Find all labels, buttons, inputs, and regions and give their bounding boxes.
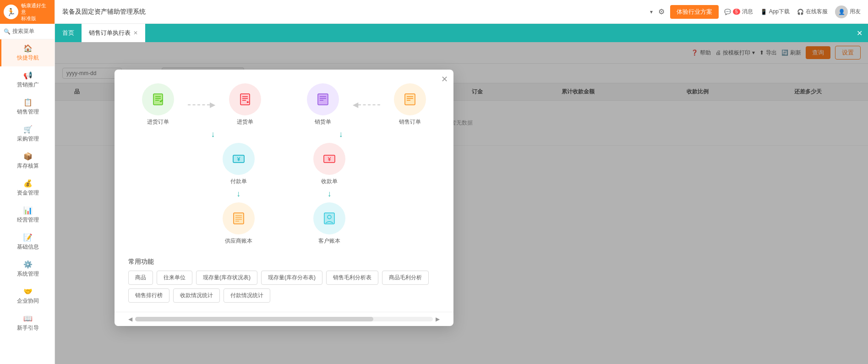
basic-info-icon: 📝 — [23, 233, 33, 242]
flow-arrows-row2: ↓ ↓ — [128, 189, 440, 199]
sales-bill-icon — [307, 83, 339, 115]
scroll-right-button[interactable]: ▶ — [436, 316, 440, 322]
download-icon: 📱 — [760, 9, 767, 15]
message-icon: 💬 — [724, 9, 731, 15]
customer-account-icon — [313, 202, 345, 234]
tabbar: 首页 销售订单执行表 ✕ ✕ — [55, 24, 868, 42]
inventory-icon: 📦 — [23, 152, 33, 161]
flow-node-customer[interactable]: 客户账本 — [301, 202, 358, 245]
enterprise-icon: 🤝 — [23, 287, 33, 296]
flow-node-purchase-bill[interactable]: 进货单 — [215, 83, 275, 126]
supplier-account-icon — [223, 202, 255, 234]
settings-icon[interactable]: ⚙ — [658, 7, 665, 16]
func-btn-product-gross[interactable]: 商品毛利分析 — [382, 271, 429, 285]
tab-close-all-icon[interactable]: ✕ — [857, 29, 863, 38]
home-icon: 🏠 — [23, 44, 33, 53]
purchase-order-icon — [142, 83, 174, 115]
online-service-button[interactable]: 🎧 在线客服 — [797, 8, 828, 16]
search-icon: 🔍 — [4, 28, 11, 35]
sidebar-item-purchase[interactable]: 🛒 采购管理 — [0, 120, 55, 147]
scroll-thumb — [135, 317, 373, 321]
func-btn-sales-gross[interactable]: 销售毛利分析表 — [326, 271, 378, 285]
svg-rect-0 — [153, 94, 163, 105]
sidebar-item-operations[interactable]: 📊 经营管理 — [0, 201, 55, 228]
marketing-icon: 📢 — [23, 71, 33, 80]
arrow-purchase-to-bill: ▶ — [188, 100, 215, 109]
common-functions-section: 常用功能 商品 往来单位 现存量(库存状况表) 现存量(库存分布表) 销售毛利分… — [115, 258, 453, 312]
flow-row-3: 供应商账本 客户账本 — [128, 202, 440, 245]
sidebar-item-enterprise[interactable]: 🤝 企业协同 — [0, 283, 55, 310]
tab-sales-order-exec[interactable]: 销售订单执行表 ✕ — [82, 24, 145, 42]
sales-order-icon — [394, 83, 426, 115]
arrow-sales-order-to-bill: ◀ — [353, 100, 380, 109]
svg-text:¥: ¥ — [328, 156, 331, 163]
message-button[interactable]: 💬 5 消息 — [724, 8, 753, 16]
purchase-icon: 🛒 — [23, 125, 33, 134]
svg-rect-8 — [318, 94, 328, 105]
func-btn-counterpart[interactable]: 往来单位 — [157, 271, 192, 285]
sales-icon: 📋 — [23, 98, 33, 107]
svg-text:¥: ¥ — [237, 156, 240, 163]
message-badge: 5 — [733, 9, 740, 15]
sidebar-item-basic-info[interactable]: 📝 基础信息 — [0, 228, 55, 255]
arrow-down-purchase-bill: ↓ — [188, 130, 238, 139]
sidebar-item-system[interactable]: ⚙️ 系统管理 — [0, 255, 55, 283]
content-area: ❓ 帮助 🖨 按模板打印 ▾ ⬆ 导出 🔄 刷新 查询 设置 — [55, 42, 868, 364]
func-btn-sales-rank[interactable]: 销售排行榜 — [128, 288, 169, 303]
sidebar-item-sales[interactable]: 📋 销售管理 — [0, 93, 55, 120]
operations-icon: 📊 — [23, 206, 33, 215]
chevron-down-icon: ▾ — [650, 9, 653, 15]
func-btn-receipt-stats[interactable]: 收款情况统计 — [173, 288, 220, 303]
arrow-down-sales-bill: ↓ — [316, 130, 366, 139]
flow-row-1: 进货订单 ▶ — [128, 83, 440, 126]
sidebar-item-guide[interactable]: 📖 新手引导 — [0, 310, 55, 337]
sidebar-item-inventory[interactable]: 📦 库存核算 — [0, 147, 55, 174]
function-buttons: 商品 往来单位 现存量(库存状况表) 现存量(库存分布表) 销售毛利分析表 商品… — [128, 271, 440, 285]
func-btn-payment-stats[interactable]: 付款情况统计 — [224, 288, 270, 303]
flow-node-sales-bill[interactable]: 销货单 — [293, 83, 353, 126]
logo-icon: 🏃 — [4, 5, 18, 19]
svg-rect-25 — [324, 213, 334, 224]
flow-node-purchase-order[interactable]: 进货订单 — [128, 83, 188, 126]
experience-plan-button[interactable]: 体验行业方案 — [670, 5, 719, 19]
flow-node-payment[interactable]: ¥ 付款单 — [210, 143, 267, 185]
flow-node-sales-order[interactable]: 销售订单 — [380, 83, 440, 126]
scroll-left-button[interactable]: ◀ — [128, 316, 132, 322]
svg-rect-20 — [234, 213, 244, 224]
payment-icon: ¥ — [223, 143, 255, 175]
sidebar-nav: 🏠 快捷导航 📢 营销推广 📋 销售管理 🛒 采购管理 📦 库存核算 💰 资金管… — [0, 39, 55, 364]
system-title: 装备及固定资产辅助管理系统 — [62, 8, 644, 16]
flow-diagram: 进货订单 ▶ — [115, 70, 453, 258]
sidebar-logo: 🏃 畅康通好生意 标准版 — [0, 0, 55, 24]
function-buttons-row2: 销售排行榜 收款情况统计 付款情况统计 — [128, 288, 440, 303]
flow-node-supplier[interactable]: 供应商账本 — [210, 202, 267, 245]
func-btn-product[interactable]: 商品 — [128, 271, 153, 285]
func-btn-current-stock-dist[interactable]: 现存量(库存分布表) — [261, 271, 322, 285]
scroll-track[interactable] — [135, 317, 433, 321]
func-btn-current-stock-status[interactable]: 现存量(库存状况表) — [196, 271, 257, 285]
topbar-right: 💬 5 消息 📱 App下载 🎧 在线客服 👤 用友 — [724, 5, 861, 18]
system-icon: ⚙️ — [23, 260, 33, 269]
modal-scrollbar: ◀ ▶ — [115, 312, 453, 326]
sidebar: 🏃 畅康通好生意 标准版 🔍 搜索菜单 🏠 快捷导航 📢 营销推广 📋 销售管理… — [0, 0, 55, 364]
sidebar-item-marketing[interactable]: 📢 营销推广 — [0, 66, 55, 93]
avatar: 👤 — [835, 5, 848, 18]
flow-arrows-row: ↓ ↓ — [128, 130, 440, 139]
tab-close-icon[interactable]: ✕ — [133, 30, 138, 36]
sidebar-item-quick-nav[interactable]: 🏠 快捷导航 — [0, 39, 55, 66]
modal-close-button[interactable]: ✕ — [441, 74, 448, 84]
svg-rect-12 — [405, 94, 415, 105]
sidebar-search[interactable]: 🔍 搜索菜单 — [0, 24, 55, 39]
app-download-button[interactable]: 📱 App下载 — [760, 8, 790, 16]
tab-home[interactable]: 首页 — [55, 24, 82, 42]
svg-rect-4 — [240, 94, 250, 105]
topbar: 装备及固定资产辅助管理系统 ▾ ⚙ 体验行业方案 💬 5 消息 📱 App下载 … — [55, 0, 868, 24]
user-avatar[interactable]: 👤 用友 — [835, 5, 861, 18]
sidebar-item-finance[interactable]: 💰 资金管理 — [0, 174, 55, 201]
title-dropdown[interactable]: ▾ — [650, 9, 653, 15]
common-functions-title: 常用功能 — [128, 258, 440, 266]
purchase-bill-icon — [229, 83, 261, 115]
main-area: 装备及固定资产辅助管理系统 ▾ ⚙ 体验行业方案 💬 5 消息 📱 App下载 … — [55, 0, 868, 364]
guide-icon: 📖 — [23, 314, 33, 323]
flow-node-receipt[interactable]: ¥ 收款单 — [301, 143, 358, 185]
